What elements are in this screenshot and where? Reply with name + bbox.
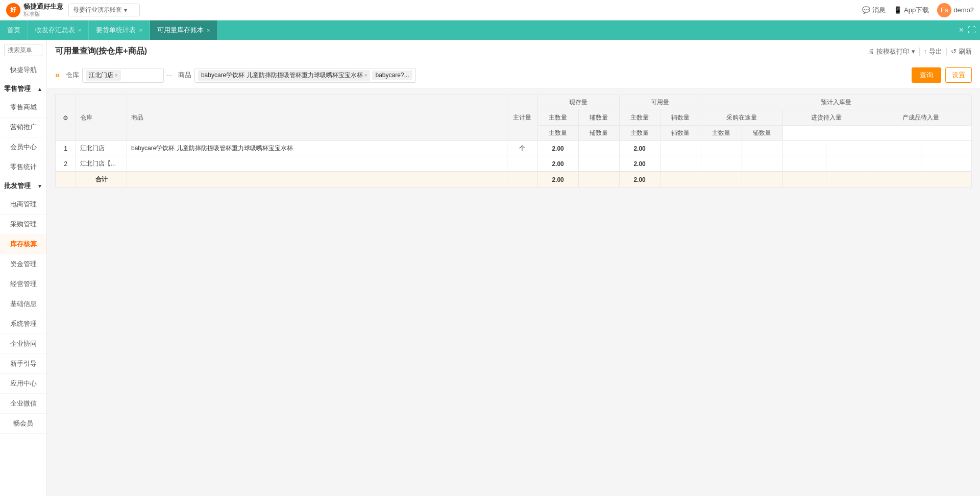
footer-current-aux — [578, 172, 619, 187]
message-label: 消息 — [872, 6, 886, 15]
footer-label: 合计 — [76, 172, 127, 187]
sidebar-item-purchase[interactable]: 采购管理 — [0, 215, 46, 234]
query-button[interactable]: 查询 — [912, 67, 941, 83]
th-purchase-aux: 辅数量 — [578, 126, 619, 141]
refresh-btn[interactable]: ↺ 刷新 — [951, 47, 972, 56]
refresh-label: 刷新 — [959, 47, 972, 56]
warehouse-more[interactable]: ··· — [167, 72, 172, 79]
th-current-main: 主数量 — [537, 110, 578, 126]
sidebar-item-new-guide[interactable]: 新手引导 — [0, 354, 46, 374]
app-download-btn[interactable]: 📱 App下载 — [894, 6, 929, 15]
industry-selector[interactable]: 母婴行业演示账套 ▾ — [68, 4, 140, 16]
sidebar-item-marketing[interactable]: 营销推广 — [0, 117, 46, 137]
cell-purchase-aux — [742, 156, 782, 172]
filter-toggle-btn[interactable]: » — [55, 70, 60, 80]
print-dropdown-icon: ▾ — [912, 48, 915, 55]
cell-purchase-aux — [742, 141, 782, 156]
user-menu[interactable]: Ea demo2 — [937, 3, 974, 17]
sidebar-item-enterprise-wechat[interactable]: 企业微信 — [0, 394, 46, 414]
tab-order-stats-close[interactable]: × — [139, 27, 142, 33]
sidebar-item-quick-nav[interactable]: 快捷导航 — [0, 60, 46, 80]
expand-icon: ▲ — [37, 86, 42, 92]
warehouse-tag-close[interactable]: × — [115, 73, 118, 78]
sidebar-item-retail-mgmt[interactable]: 零售管理 ▲ — [0, 80, 46, 98]
sidebar-item-retail-stats[interactable]: 零售统计 — [0, 157, 46, 177]
cell-current-aux — [578, 141, 619, 156]
app-icon: 📱 — [894, 6, 902, 14]
chevron-down-icon: ▾ — [124, 7, 127, 14]
sidebar-item-enterprise[interactable]: 企业协同 — [0, 334, 46, 354]
warehouse-filter-box[interactable]: 江北门店 × — [82, 68, 164, 83]
tab-home[interactable]: 首页 — [0, 20, 28, 40]
cell-current-aux — [578, 156, 619, 172]
logo-area: 好 畅捷通好生意 标准版 — [6, 3, 63, 17]
tab-income-close[interactable]: × — [78, 27, 81, 33]
product-filter-label: 商品 — [178, 70, 191, 80]
cell-purchase-main — [701, 156, 742, 172]
th-production-group: 产成品待入量 — [870, 110, 972, 126]
product-tag-close[interactable]: × — [364, 73, 368, 78]
gear-icon[interactable]: ⚙ — [63, 114, 68, 122]
table-container: ⚙ 仓库 商品 主计量 现存量 可用量 预计入库量 主数量 辅数量 主数量 辅数… — [47, 88, 980, 496]
footer-production-main — [870, 172, 921, 187]
tab-order-stats[interactable]: 要货单统计表 × — [89, 20, 150, 40]
filter-row: » 仓库 江北门店 × ··· 商品 babycare学饮杯 儿童防摔防撞吸管杯… — [47, 62, 980, 88]
sidebar-item-member[interactable]: 会员中心 — [0, 137, 46, 157]
tab-close-all-btn[interactable]: × — [959, 26, 964, 35]
tab-bar: 首页 收发存汇总表 × 要货单统计表 × 可用量库存账本 × × ⛶ — [0, 20, 980, 40]
industry-label: 母婴行业演示账套 — [73, 6, 122, 14]
footer-available-aux — [660, 172, 701, 187]
th-incoming-main: 主数量 — [619, 126, 660, 141]
data-table: ⚙ 仓库 商品 主计量 现存量 可用量 预计入库量 主数量 辅数量 主数量 辅数… — [55, 95, 972, 187]
message-icon: 💬 — [862, 6, 870, 14]
settings-button[interactable]: 设置 — [945, 67, 972, 83]
expand-icon2: ▼ — [37, 183, 42, 189]
warehouse-filter-label: 仓库 — [66, 70, 79, 80]
sidebar-item-basic-info[interactable]: 基础信息 — [0, 294, 46, 314]
header-row-1: ⚙ 仓库 商品 主计量 现存量 可用量 预计入库量 — [56, 95, 972, 110]
sidebar-item-retail-mgmt-label: 零售管理 — [4, 84, 31, 93]
th-warehouse: 仓库 — [76, 95, 127, 141]
th-incoming-group: 进货待入量 — [782, 110, 870, 126]
sidebar-item-ecommerce[interactable]: 电商管理 — [0, 195, 46, 215]
sidebar-item-operations[interactable]: 经营管理 — [0, 274, 46, 294]
tab-available-stock[interactable]: 可用量库存账本 × — [150, 20, 217, 40]
cell-current-main: 2.00 — [537, 141, 578, 156]
tab-income[interactable]: 收发存汇总表 × — [28, 20, 89, 40]
warehouse-tag-jiangbei: 江北门店 × — [86, 70, 121, 81]
export-icon: ↑ — [924, 48, 927, 55]
sidebar-item-wholesale-mgmt[interactable]: 批发管理 ▼ — [0, 177, 46, 195]
tab-maximize-btn[interactable]: ⛶ — [968, 26, 976, 35]
print-btn[interactable]: 🖨 按模板打印 ▾ — [868, 47, 915, 56]
export-btn[interactable]: ↑ 导出 — [924, 47, 943, 56]
cell-unit: 个 — [507, 141, 537, 156]
cell-incoming-main — [782, 156, 826, 172]
footer-current-main: 2.00 — [537, 172, 578, 187]
sidebar-item-inventory[interactable]: 库存核算 — [0, 234, 46, 254]
footer-incoming-aux — [826, 172, 870, 187]
page-header: 可用量查询(按仓库+商品) 🖨 按模板打印 ▾ ↑ 导出 ↺ — [47, 40, 980, 62]
cell-production-aux — [921, 156, 971, 172]
cell-production-main — [870, 156, 921, 172]
th-planned-group: 预计入库量 — [701, 95, 971, 110]
sidebar-item-vip[interactable]: 畅会员 — [0, 414, 46, 434]
print-label: 按模板打印 — [876, 47, 910, 56]
tab-available-stock-close[interactable]: × — [207, 27, 210, 33]
product-filter-box[interactable]: babycare学饮杯 儿童防摔防撞吸管杯重力球吸嘴杯宝宝水杯 × babyca… — [194, 68, 416, 83]
sidebar-item-retail-shop[interactable]: 零售商城 — [0, 98, 46, 117]
sidebar-item-finance[interactable]: 资金管理 — [0, 254, 46, 274]
sidebar-item-system[interactable]: 系统管理 — [0, 314, 46, 334]
main-layout: 快捷导航 零售管理 ▲ 零售商城 营销推广 会员中心 零售统计 批发管理 ▼ 电… — [0, 40, 980, 496]
logo-sub-text: 标准版 — [23, 11, 63, 17]
sidebar-item-app-center[interactable]: 应用中心 — [0, 374, 46, 394]
message-btn[interactable]: 💬 消息 — [862, 6, 886, 15]
cell-production-aux — [921, 141, 971, 156]
search-input[interactable] — [4, 44, 42, 56]
cell-current-main: 2.00 — [537, 156, 578, 172]
top-bar: 好 畅捷通好生意 标准版 母婴行业演示账套 ▾ 💬 消息 📱 App下载 Ea … — [0, 0, 980, 20]
export-label: 导出 — [929, 47, 942, 56]
cell-available-aux — [660, 141, 701, 156]
footer-purchase-main — [701, 172, 742, 187]
table-row: 1 江北门店 babycare学饮杯 儿童防摔防撞吸管杯重力球吸嘴杯宝宝水杯 个… — [56, 141, 972, 156]
footer-empty2 — [127, 172, 507, 187]
